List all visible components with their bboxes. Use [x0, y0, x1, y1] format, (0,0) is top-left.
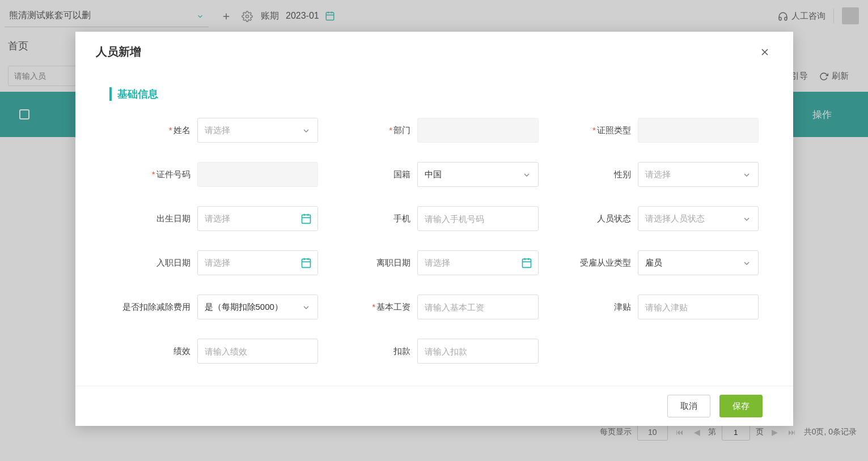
label-hire-date: 入职日期: [109, 258, 197, 268]
chevron-down-icon: [302, 302, 311, 311]
label-cert-type: *证照类型: [550, 125, 638, 136]
modal-body: 基础信息 *姓名 请选择 *部门 *证照类型 *证件号码: [75, 71, 793, 386]
modal-header: 人员新增: [75, 32, 793, 71]
svg-rect-13: [302, 259, 311, 267]
input-deduction[interactable]: [417, 339, 539, 364]
select-nationality[interactable]: 中国: [417, 162, 539, 187]
label-employ-type: 受雇从业类型: [550, 258, 638, 268]
modal-title: 人员新增: [96, 44, 141, 59]
field-performance: 绩效: [109, 339, 319, 364]
chevron-down-icon: [742, 169, 751, 179]
add-person-modal: 人员新增 基础信息 *姓名 请选择 *部门 *证照类型: [75, 32, 793, 426]
svg-rect-17: [522, 259, 531, 267]
select-status[interactable]: 请选择人员状态: [638, 206, 759, 231]
base-salary-input[interactable]: [425, 295, 531, 319]
input-allowance[interactable]: [638, 294, 759, 319]
field-nationality: 国籍 中国: [329, 162, 539, 187]
label-dept: *部门: [329, 125, 417, 136]
label-nationality: 国籍: [329, 169, 417, 180]
field-allowance: 津贴: [550, 294, 759, 319]
calendar-icon: [300, 213, 312, 224]
date-hire[interactable]: 请选择: [197, 250, 319, 275]
close-icon[interactable]: [757, 42, 773, 61]
field-cert-type: *证照类型: [550, 118, 759, 143]
field-deduct: 是否扣除减除费用 是（每期扣除5000）: [109, 294, 319, 319]
field-deduction: 扣款: [329, 339, 539, 364]
field-employ-type: 受雇从业类型 雇员: [550, 250, 759, 275]
input-dept: [417, 118, 539, 143]
field-status: 人员状态 请选择人员状态: [550, 206, 759, 231]
input-cert-no: [197, 162, 319, 187]
label-deduct: 是否扣除减除费用: [109, 302, 197, 313]
label-leave-date: 离职日期: [329, 258, 417, 268]
chevron-down-icon: [742, 214, 751, 223]
label-performance: 绩效: [109, 346, 197, 357]
select-employ-type[interactable]: 雇员: [638, 250, 759, 275]
field-hire-date: 入职日期 请选择: [109, 250, 319, 275]
field-mobile: 手机: [329, 206, 539, 231]
label-birth: 出生日期: [109, 214, 197, 224]
field-gender: 性别 请选择: [550, 162, 759, 187]
date-leave[interactable]: 请选择: [417, 250, 539, 275]
mobile-input[interactable]: [425, 207, 531, 231]
svg-rect-9: [302, 215, 311, 223]
input-base-salary[interactable]: [417, 294, 539, 319]
label-deduction: 扣款: [329, 346, 417, 357]
field-name: *姓名 请选择: [109, 118, 319, 143]
label-cert-no: *证件号码: [109, 169, 197, 180]
field-leave-date: 离职日期 请选择: [329, 250, 539, 275]
form-grid: *姓名 请选择 *部门 *证照类型 *证件号码 国籍: [109, 118, 759, 364]
label-allowance: 津贴: [550, 302, 638, 313]
field-birth: 出生日期 请选择: [109, 206, 319, 231]
label-mobile: 手机: [329, 214, 417, 224]
label-gender: 性别: [550, 169, 638, 180]
input-mobile[interactable]: [417, 206, 539, 231]
input-performance[interactable]: [197, 339, 319, 364]
chevron-down-icon: [522, 169, 531, 179]
label-name: *姓名: [109, 125, 197, 136]
chevron-down-icon: [742, 258, 751, 267]
input-cert-type: [638, 118, 759, 143]
allowance-input[interactable]: [645, 295, 752, 319]
field-cert-no: *证件号码: [109, 162, 319, 187]
cancel-button[interactable]: 取消: [667, 395, 710, 417]
field-base-salary: *基本工资: [329, 294, 539, 319]
calendar-icon: [300, 257, 312, 268]
label-status: 人员状态: [550, 214, 638, 224]
select-deduct[interactable]: 是（每期扣除5000）: [197, 294, 319, 319]
calendar-icon: [521, 257, 532, 268]
date-birth[interactable]: 请选择: [197, 206, 319, 231]
field-dept: *部门: [329, 118, 539, 143]
section-basic-title: 基础信息: [109, 87, 759, 101]
chevron-down-icon: [302, 125, 311, 135]
save-button[interactable]: 保存: [719, 395, 763, 417]
select-name[interactable]: 请选择: [197, 118, 319, 143]
modal-footer: 取消 保存: [75, 386, 793, 426]
performance-input[interactable]: [205, 339, 311, 363]
label-base-salary: *基本工资: [329, 302, 417, 313]
select-gender[interactable]: 请选择: [638, 162, 759, 187]
deduction-input[interactable]: [425, 339, 531, 363]
